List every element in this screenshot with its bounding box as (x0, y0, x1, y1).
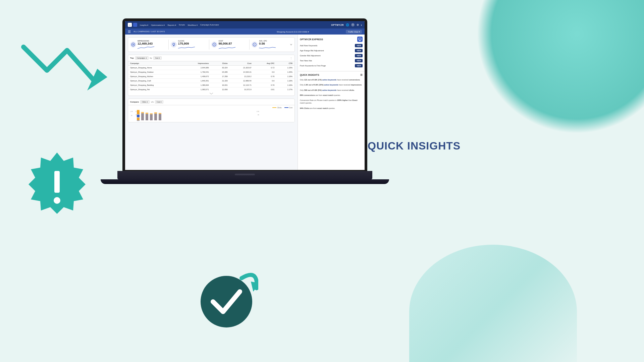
table-row[interactable]: Optmyzr_Shopping_Kitchen1,499,67217,3581… (128, 74, 294, 79)
express-view-btn-1[interactable]: VIEW (355, 49, 363, 52)
table-options-icon[interactable]: ⋮ (290, 57, 292, 60)
nav-scripts[interactable]: Scripts (179, 24, 185, 26)
compare-metric1[interactable]: Clicks ▾ (140, 100, 150, 104)
y-label-1: 1.2K (130, 111, 133, 112)
nav-campaign-automator[interactable]: Campaign Automator (200, 24, 219, 26)
express-item-3: Test New AdsVIEW (300, 59, 363, 62)
clicks-icon (171, 42, 177, 48)
optmyzr-express-title-text: OPTMYZR EXPRESS (300, 38, 323, 41)
metrics-row: IMPRESSIONS 12,469,343 (128, 37, 295, 52)
bar-chart: 1.2K 1K (130, 109, 292, 121)
main-content: IMPRESSIONS 12,469,343 (125, 35, 365, 170)
col-impressions: Impressions (182, 61, 211, 66)
optmyzr-express-section: OPTMYZR EXPRESS Add New KeywordsVIEWAge … (298, 35, 365, 71)
avg-cpc-value: 0.56 (259, 42, 276, 45)
nav-items: Insights ▾ Optimizations ▾ Reports ▾ Scr… (140, 24, 331, 26)
table-cell-1-3: 14,520.21 (230, 70, 254, 74)
laptop-hinge (235, 174, 255, 175)
col-clicks: Clicks (211, 61, 230, 66)
table-cell-2-1: 1,499,672 (182, 74, 211, 79)
avg-cpc-icon: ₵ (252, 42, 258, 48)
table-cell-0-2: 30,324 (211, 66, 230, 70)
table-cell-4-4: 0.76 (254, 83, 277, 87)
table-row[interactable]: Optmyzr_Shopping_Pet1,083,57112,65610,57… (128, 87, 294, 92)
table-row[interactable]: Optmyzr_Shopping_Craft1,840,35121,32912,… (128, 79, 294, 83)
table-cell-1-0: Optmyzr_Shopping_Outdoor (128, 70, 182, 74)
table-row[interactable]: Optmyzr_Shopping_Outdoor1,792,04124,0851… (128, 70, 294, 74)
app-interface: ⌂ Insights ▾ Optimizations ▾ Reports ▾ S… (125, 21, 365, 170)
svg-text:4.2K: 4.2K (257, 111, 260, 112)
nav-optimizations[interactable]: Optimizations ▾ (151, 24, 165, 26)
table-row[interactable]: Optmyzr_Shopping_Home2,644,98530,32421,9… (128, 66, 294, 70)
metrics-expand[interactable] (290, 40, 292, 50)
clicks-chart (178, 46, 195, 49)
campaigns-table: Campaign Impressions Clicks Cost Avg CPC… (128, 61, 294, 92)
qi-item-5: 94% Clicks are from exact match queries. (300, 107, 363, 110)
top-label: Top (130, 57, 134, 59)
hamburger-icon[interactable]: ☰ (128, 30, 131, 34)
compare-chart: Clicks Cost 1.2K 1K (128, 105, 294, 122)
col-ctr: CTR (276, 61, 294, 66)
view-selector[interactable]: Traffic View ▾ (346, 30, 362, 34)
svg-rect-19 (146, 114, 148, 120)
account-selector[interactable]: Shopping Account (111-222-3333) ▾ (240, 31, 346, 33)
metric-cost: $ COST 98,006.87 (211, 40, 248, 50)
table-pagination (128, 92, 294, 96)
metric-clicks: CLICKS 175,909 (171, 40, 207, 50)
clicks-info: CLICKS 175,909 (178, 40, 195, 50)
express-view-btn-4[interactable]: VIEW (355, 64, 363, 67)
cost-value: 98,006.87 (219, 42, 235, 45)
express-view-btn-2[interactable]: VIEW (355, 54, 363, 57)
avg-cpc-chart (259, 46, 276, 49)
legend-cost-line (284, 107, 288, 108)
svg-point-29 (137, 114, 140, 118)
express-item-1: Age Range Bid AdjustmentVIEW (300, 49, 363, 52)
cost-chart (219, 46, 235, 49)
table-cell-1-5: 1.34% (276, 70, 294, 74)
table-cell-5-2: 12,656 (211, 87, 230, 92)
svg-rect-32 (359, 38, 361, 40)
table-cell-2-4: 0.76 (254, 74, 277, 79)
impressions-icon (130, 42, 136, 48)
quick-insights-title-text: QUICK INSIGHTS (300, 74, 319, 76)
help-icon[interactable]: ? (351, 23, 355, 26)
nav-reports[interactable]: Reports ▾ (167, 24, 176, 26)
express-view-btn-0[interactable]: VIEW (355, 44, 363, 47)
express-item-label-2: Gender Bid Adjustment (300, 55, 354, 57)
compare-label: Compare (130, 101, 139, 103)
sub-navbar: ☰ ALL CAMPAIGNS / LAST 30 DAYS Shopping … (125, 28, 365, 35)
compare-metric2[interactable]: Cost ▾ (155, 100, 163, 104)
settings-icon[interactable]: ⚙ (357, 23, 359, 26)
app-logo-icon[interactable] (133, 23, 137, 27)
nav-insights[interactable]: Insights ▾ (140, 24, 148, 26)
metric-divider-2 (209, 40, 209, 50)
table-row[interactable]: Optmyzr_Shopping_Bedding1,380,66416,0011… (128, 83, 294, 87)
table-cell-0-0: Optmyzr_Shopping_Home (128, 66, 182, 70)
table-cell-5-0: Optmyzr_Shopping_Pet (128, 87, 182, 92)
table-cell-0-3: 21,923.67 (230, 66, 254, 70)
metric-impressions: IMPRESSIONS 12,469,343 (130, 40, 166, 50)
optmyzr-express-title: OPTMYZR EXPRESS (300, 37, 363, 42)
quick-insights-title: QUICK INSIGHTS ⊞ (300, 73, 363, 76)
clicks-value: 175,909 (178, 42, 195, 45)
table-cell-1-1: 1,792,041 (182, 70, 211, 74)
svg-text:₵: ₵ (254, 44, 255, 46)
qi-item-4: Conversion Rate on Phrase match queries … (300, 99, 363, 105)
express-item-0: Add New KeywordsVIEW (300, 44, 363, 47)
quick-insights-expand-icon[interactable]: ⊞ (360, 73, 363, 76)
campaigns-filter[interactable]: Campaigns ▾ (135, 56, 149, 60)
home-icon[interactable]: ⌂ (128, 23, 132, 27)
table-cell-4-5: 1.16% (276, 83, 294, 87)
col-campaign: Campaign (128, 61, 182, 66)
express-item-label-4: Push Keywords to First Page (300, 65, 354, 67)
table-cell-4-1: 1,380,664 (182, 83, 211, 87)
cost-filter[interactable]: Cost ▾ (153, 56, 162, 60)
avg-cpc-info: AVG. CPC 0.56 (259, 40, 276, 50)
bg-arc-decoration (409, 245, 577, 362)
express-view-btn-3[interactable]: VIEW (355, 59, 363, 62)
nav-workflow[interactable]: Workflow ▾ (187, 24, 197, 26)
svg-rect-1 (54, 171, 60, 193)
cost-icon: $ (211, 42, 217, 48)
svg-rect-21 (150, 114, 153, 120)
table-cell-4-3: 12,115.71 (230, 83, 254, 87)
